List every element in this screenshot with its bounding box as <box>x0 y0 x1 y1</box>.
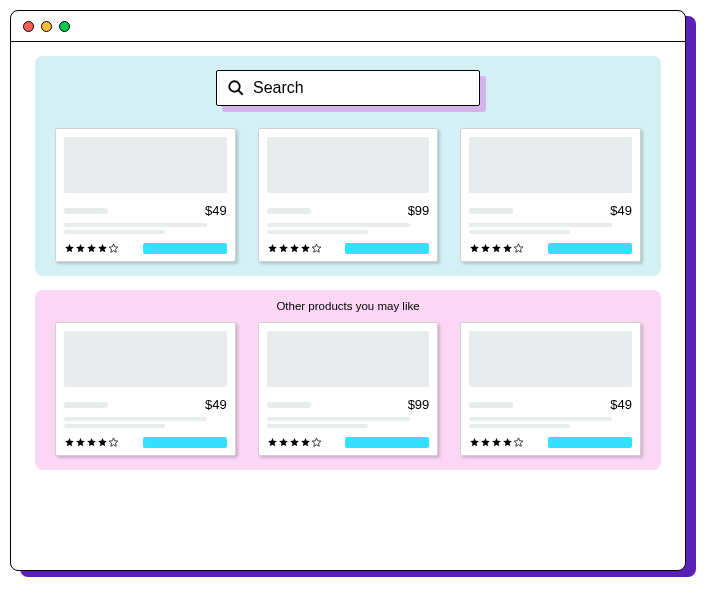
product-price: $49 <box>610 397 632 412</box>
star-icon <box>491 243 502 254</box>
add-to-cart-button[interactable] <box>345 437 429 448</box>
search-box[interactable] <box>216 70 480 106</box>
star-icon <box>86 437 97 448</box>
add-to-cart-button[interactable] <box>143 437 227 448</box>
star-icon <box>502 243 513 254</box>
star-icon <box>491 437 502 448</box>
product-thumbnail <box>64 137 227 193</box>
product-price: $49 <box>205 397 227 412</box>
star-icon <box>469 243 480 254</box>
window-close-dot[interactable] <box>23 21 34 32</box>
product-thumbnail <box>64 331 227 387</box>
title-placeholder <box>267 208 311 214</box>
star-icon <box>278 243 289 254</box>
product-card[interactable]: $49 <box>460 322 641 456</box>
star-outline-icon <box>311 243 322 254</box>
title-placeholder <box>267 402 311 408</box>
product-card[interactable]: $99 <box>258 128 439 262</box>
desc-placeholder <box>469 417 632 428</box>
star-icon <box>86 243 97 254</box>
rating-stars <box>64 243 119 254</box>
product-thumbnail <box>469 137 632 193</box>
star-outline-icon <box>513 243 524 254</box>
desc-placeholder <box>64 417 227 428</box>
window-zoom-dot[interactable] <box>59 21 70 32</box>
star-icon <box>289 243 300 254</box>
product-thumbnail <box>267 137 430 193</box>
rating-stars <box>267 437 322 448</box>
star-icon <box>75 243 86 254</box>
product-price: $49 <box>205 203 227 218</box>
star-icon <box>267 437 278 448</box>
add-to-cart-button[interactable] <box>143 243 227 254</box>
recommendations-grid: $49 <box>55 322 641 456</box>
desc-placeholder <box>267 417 430 428</box>
recommendations-panel: Other products you may like $49 <box>35 290 661 470</box>
star-icon <box>64 437 75 448</box>
search-wrap <box>216 70 480 106</box>
browser-window: $49 <box>10 10 686 571</box>
desc-placeholder <box>267 223 430 234</box>
product-price: $99 <box>408 397 430 412</box>
results-grid: $49 <box>55 128 641 262</box>
titlebar <box>11 11 685 42</box>
add-to-cart-button[interactable] <box>345 243 429 254</box>
title-placeholder <box>469 208 513 214</box>
desc-placeholder <box>469 223 632 234</box>
add-to-cart-button[interactable] <box>548 243 632 254</box>
svg-point-0 <box>229 81 240 92</box>
search-input[interactable] <box>253 79 469 97</box>
product-price: $99 <box>408 203 430 218</box>
star-outline-icon <box>108 243 119 254</box>
product-card[interactable]: $99 <box>258 322 439 456</box>
add-to-cart-button[interactable] <box>548 437 632 448</box>
rating-stars <box>267 243 322 254</box>
title-placeholder <box>64 402 108 408</box>
product-thumbnail <box>469 331 632 387</box>
rating-stars <box>64 437 119 448</box>
product-card[interactable]: $49 <box>55 128 236 262</box>
title-placeholder <box>469 402 513 408</box>
star-icon <box>480 437 491 448</box>
desc-placeholder <box>64 223 227 234</box>
rating-stars <box>469 243 524 254</box>
star-icon <box>278 437 289 448</box>
title-placeholder <box>64 208 108 214</box>
star-icon <box>97 437 108 448</box>
star-icon <box>480 243 491 254</box>
product-price: $49 <box>610 203 632 218</box>
star-icon <box>97 243 108 254</box>
star-icon <box>300 243 311 254</box>
product-thumbnail <box>267 331 430 387</box>
star-icon <box>289 437 300 448</box>
star-icon <box>502 437 513 448</box>
star-outline-icon <box>513 437 524 448</box>
star-icon <box>300 437 311 448</box>
star-outline-icon <box>311 437 322 448</box>
star-icon <box>469 437 480 448</box>
svg-line-1 <box>238 90 243 95</box>
recommendations-title: Other products you may like <box>55 300 641 312</box>
star-outline-icon <box>108 437 119 448</box>
search-icon <box>227 79 245 97</box>
star-icon <box>267 243 278 254</box>
search-results-panel: $49 <box>35 56 661 276</box>
star-icon <box>64 243 75 254</box>
product-card[interactable]: $49 <box>55 322 236 456</box>
window-minimize-dot[interactable] <box>41 21 52 32</box>
rating-stars <box>469 437 524 448</box>
content: $49 <box>11 42 685 484</box>
product-card[interactable]: $49 <box>460 128 641 262</box>
star-icon <box>75 437 86 448</box>
